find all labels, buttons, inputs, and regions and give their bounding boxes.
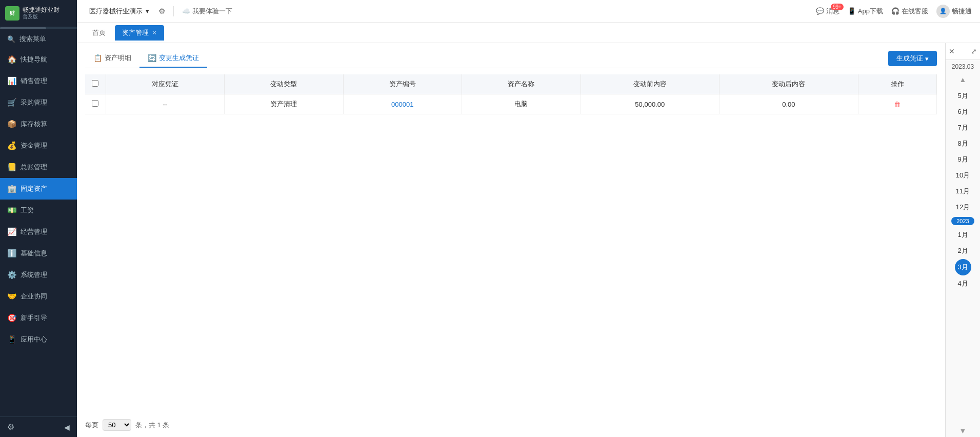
row-action: 🗑	[858, 94, 936, 114]
sidebar-item-guide[interactable]: 🎯 新手引导	[0, 307, 77, 329]
dropdown-icon: ▾	[146, 7, 149, 15]
right-panel-header: ✕ ⤢	[946, 43, 980, 60]
top-header: 医疗器械行业演示 ▾ ⚙ ☁️ 我要体验一下 💬 消息 99+ 📱 App下载 …	[77, 0, 980, 23]
guide-label: 新手引导	[21, 313, 47, 323]
cal-month-item[interactable]: 12月	[948, 200, 978, 215]
sidebar-bottom: ⚙ ◀	[0, 416, 77, 437]
cal-month-item[interactable]: 10月	[948, 168, 978, 183]
cal-month-item[interactable]: 5月	[948, 88, 978, 104]
tab-close-asset-manage[interactable]: ✕	[152, 29, 157, 36]
mobile-icon: 📱	[848, 7, 856, 15]
enterprise-label: 企业协同	[21, 292, 47, 301]
message-badge: 99+	[831, 4, 844, 10]
row-after-value: 0.00	[719, 94, 858, 114]
sidebar-item-salary[interactable]: 💵 工资	[0, 200, 77, 221]
online-service-button[interactable]: 🎧 在线客服	[891, 7, 928, 16]
inventory-icon: 📦	[7, 120, 16, 129]
pagination: 每页 102050100 条，共 1 条	[85, 413, 937, 431]
nav-tab-asset-manage[interactable]: 资产管理✕	[115, 25, 164, 41]
experience-button[interactable]: ☁️ 我要体验一下	[182, 7, 232, 16]
nav-tab-home[interactable]: 首页	[85, 25, 113, 41]
header-gear-icon[interactable]: ⚙	[158, 7, 165, 16]
inventory-label: 库存核算	[21, 120, 47, 129]
sidebar-item-fund[interactable]: 💰 资金管理	[0, 135, 77, 156]
fixed-assets-icon: 🏢	[7, 184, 16, 193]
app-download-button[interactable]: 📱 App下载	[848, 7, 883, 16]
purchase-icon: 🛒	[7, 98, 16, 107]
cal-month-item[interactable]: 8月	[948, 136, 978, 151]
col-after-value: 变动后内容	[719, 74, 858, 94]
sidebar-item-system[interactable]: ⚙️ 系统管理	[0, 264, 77, 286]
sidebar-search-item[interactable]: 🔍 搜索菜单	[0, 29, 77, 49]
col-action: 操作	[858, 74, 936, 94]
sidebar-item-enterprise[interactable]: 🤝 企业协同	[0, 286, 77, 307]
logo-sub: 普及版	[23, 13, 59, 21]
table-wrapper: 📋 资产明细🔄 变更生成凭证 生成凭证 ▾ 对应凭证	[77, 43, 945, 437]
user-avatar: 👤	[936, 5, 950, 18]
per-page-label: 每页	[85, 421, 98, 430]
content-area: 📋 资产明细🔄 变更生成凭证 生成凭证 ▾ 对应凭证	[77, 43, 980, 437]
sidebar-item-ledger[interactable]: 📒 总账管理	[0, 156, 77, 178]
sales-icon: 📊	[7, 76, 16, 86]
col-before-value: 变动前内容	[581, 74, 719, 94]
cal-month-item[interactable]: 3月	[955, 259, 971, 275]
cal-month-item[interactable]: 11月	[948, 184, 978, 199]
sales-label: 销售管理	[21, 76, 47, 86]
cal-month-item[interactable]: 7月	[948, 120, 978, 135]
app-center-label: 应用中心	[21, 335, 47, 344]
row-checkbox[interactable]	[92, 100, 98, 107]
select-all-checkbox[interactable]	[92, 80, 98, 87]
table-header-checkbox	[85, 74, 106, 94]
right-panel-expand-icon[interactable]: ⤢	[971, 47, 977, 55]
logo-icon: 财	[5, 6, 19, 21]
right-panel-close-icon[interactable]: ✕	[949, 47, 955, 55]
cal-month-item[interactable]: 4月	[948, 276, 978, 291]
headset-icon: 🎧	[891, 7, 899, 15]
user-profile-button[interactable]: 👤 畅捷通	[936, 5, 972, 18]
table-row: -- 资产清理 000001 电脑 50,000.00 0.00 🗑	[85, 94, 937, 114]
cal-month-item[interactable]: 6月	[948, 104, 978, 120]
search-icon: 🔍	[7, 35, 15, 43]
dropdown-arrow-icon: ▾	[925, 55, 929, 63]
year-badge: 2023	[951, 217, 974, 225]
row-asset-no: 000001	[343, 94, 462, 114]
delete-row-icon[interactable]: 🗑	[894, 101, 901, 108]
sidebar-gear-icon[interactable]: ⚙	[7, 422, 14, 432]
row-voucher: --	[106, 94, 225, 114]
sub-tab-change-voucher[interactable]: 🔄 变更生成凭证	[139, 49, 207, 68]
quick-nav-label: 快捷导航	[21, 55, 47, 64]
company-selector[interactable]: 医疗器械行业演示 ▾	[85, 5, 153, 18]
row-before-value: 50,000.00	[581, 94, 719, 114]
sidebar-item-fixed-assets[interactable]: 🏢 固定资产	[0, 178, 77, 200]
cal-month-item[interactable]: 9月	[948, 152, 978, 167]
total-label: 条，共 1 条	[135, 421, 169, 430]
sidebar-item-inventory[interactable]: 📦 库存核算	[0, 113, 77, 135]
sidebar-item-operations[interactable]: 📈 经营管理	[0, 221, 77, 243]
cal-month-item[interactable]: 2月	[948, 243, 978, 259]
sidebar-collapse-icon[interactable]: ◀	[64, 423, 70, 431]
message-button[interactable]: 💬 消息 99+	[816, 7, 839, 16]
year-top-label: 2023.03	[946, 60, 980, 73]
sidebar: 财 畅捷通好业财 普及版 🔍 搜索菜单 🏠 快捷导航📊 销售管理🛒 采购管理📦 …	[0, 0, 77, 437]
table-body: -- 资产清理 000001 电脑 50,000.00 0.00 🗑	[85, 94, 937, 114]
sub-tabs-left: 📋 资产明细🔄 变更生成凭证	[85, 49, 207, 68]
sidebar-item-app-center[interactable]: 📱 应用中心	[0, 329, 77, 350]
fund-icon: 💰	[7, 141, 16, 150]
per-page-select[interactable]: 102050100	[103, 419, 131, 431]
generate-voucher-button[interactable]: 生成凭证 ▾	[888, 51, 937, 66]
data-table: 对应凭证 变动类型 资产编号 资产名称 变动前内容 变动后内容 操作 -- 资产…	[85, 74, 937, 114]
sidebar-item-sales[interactable]: 📊 销售管理	[0, 70, 77, 92]
cal-nav-down[interactable]: ▼	[946, 425, 980, 437]
sidebar-item-basic-info[interactable]: ℹ️ 基础信息	[0, 243, 77, 264]
basic-info-label: 基础信息	[21, 249, 47, 258]
cal-nav-up[interactable]: ▲	[946, 73, 980, 86]
sidebar-item-purchase[interactable]: 🛒 采购管理	[0, 92, 77, 113]
sidebar-logo: 财 畅捷通好业财 普及版	[0, 0, 77, 27]
app-center-icon: 📱	[7, 335, 16, 344]
salary-label: 工资	[21, 206, 34, 215]
sidebar-item-quick-nav[interactable]: 🏠 快捷导航	[0, 49, 77, 70]
sub-tab-asset-detail[interactable]: 📋 资产明细	[85, 49, 139, 68]
guide-icon: 🎯	[7, 313, 16, 323]
header-right: 💬 消息 99+ 📱 App下载 🎧 在线客服 👤 畅捷通	[816, 5, 972, 18]
cal-month-item[interactable]: 1月	[948, 227, 978, 243]
